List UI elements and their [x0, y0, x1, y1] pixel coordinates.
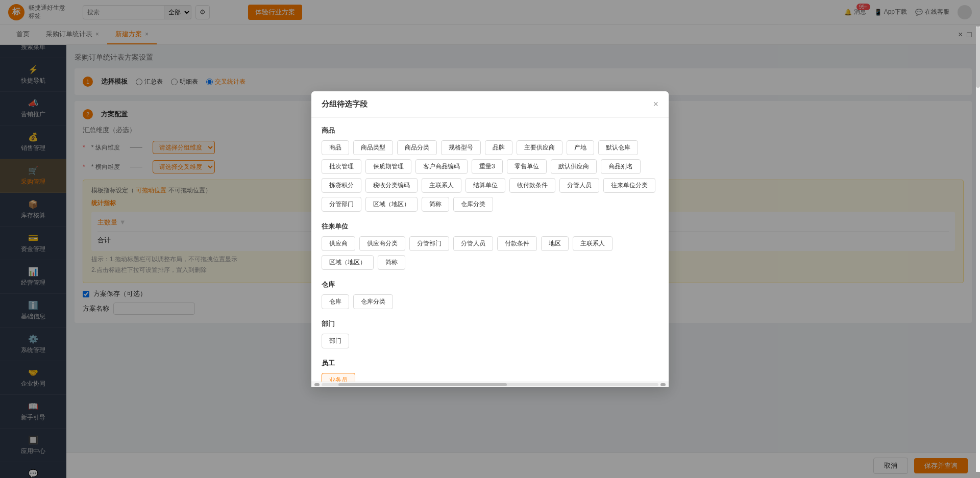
- modal-close-button[interactable]: ×: [653, 99, 658, 109]
- field-tags-goods: 商品 商品类型 商品分类 规格型号 品牌 主要供应商 产地 默认仓库 批次管理 …: [322, 140, 658, 212]
- field-group-goods-title: 商品: [322, 126, 658, 135]
- modal-scrollbar-left-arrow[interactable]: [314, 383, 320, 386]
- modal-scrollbar-right-arrow[interactable]: [660, 383, 666, 386]
- modal: 分组待选字段 × 商品 商品 商品类型 商品分类 规格型号 品牌 主要供应商 产…: [311, 91, 669, 387]
- field-tag-goods-9[interactable]: 保质期管理: [365, 159, 411, 174]
- field-tag-goods-13[interactable]: 默认供应商: [551, 159, 597, 174]
- field-tag-goods-24[interactable]: 简称: [422, 197, 449, 212]
- field-tag-goods-11[interactable]: 重量3: [472, 159, 503, 174]
- field-group-employee-title: 员工: [322, 359, 658, 368]
- field-tag-partner-1[interactable]: 供应商分类: [359, 236, 405, 251]
- field-tag-partner-3[interactable]: 分管人员: [453, 236, 493, 251]
- field-tag-goods-18[interactable]: 结算单位: [465, 178, 505, 193]
- field-tag-goods-7[interactable]: 默认仓库: [598, 140, 638, 155]
- field-group-partner: 往来单位 供应商 供应商分类 分管部门 分管人员 付款条件 地区 主联系人 区域…: [322, 222, 658, 270]
- field-tag-goods-12[interactable]: 零售单位: [507, 159, 547, 174]
- field-group-partner-title: 往来单位: [322, 222, 658, 231]
- field-tags-partner: 供应商 供应商分类 分管部门 分管人员 付款条件 地区 主联系人 区域（地区） …: [322, 236, 658, 270]
- field-tags-warehouse: 仓库 仓库分类: [322, 294, 658, 309]
- field-tags-employee: 业务员: [322, 373, 658, 382]
- field-group-department: 部门 部门: [322, 319, 658, 348]
- modal-scrollbar-track[interactable]: [322, 383, 658, 386]
- field-tag-employee-0[interactable]: 业务员: [322, 373, 355, 382]
- field-group-department-title: 部门: [322, 319, 658, 329]
- field-tag-goods-3[interactable]: 规格型号: [441, 140, 481, 155]
- field-tag-goods-19[interactable]: 收付款条件: [509, 178, 555, 193]
- field-tag-goods-22[interactable]: 分管部门: [322, 197, 361, 212]
- field-group-goods: 商品 商品 商品类型 商品分类 规格型号 品牌 主要供应商 产地 默认仓库 批次…: [322, 126, 658, 212]
- modal-overlay: 分组待选字段 × 商品 商品 商品类型 商品分类 规格型号 品牌 主要供应商 产…: [0, 0, 980, 478]
- field-group-warehouse-title: 仓库: [322, 280, 658, 289]
- field-tag-partner-4[interactable]: 付款条件: [497, 236, 537, 251]
- field-tag-partner-6[interactable]: 主联系人: [573, 236, 612, 251]
- field-tag-goods-16[interactable]: 税收分类编码: [365, 178, 418, 193]
- modal-vertical-scrollbar[interactable]: [976, 27, 980, 472]
- modal-vertical-scrollbar-thumb[interactable]: [976, 27, 980, 88]
- field-group-warehouse: 仓库 仓库 仓库分类: [322, 280, 658, 309]
- field-tag-goods-0[interactable]: 商品: [322, 140, 349, 155]
- modal-body: 商品 商品 商品类型 商品分类 规格型号 品牌 主要供应商 产地 默认仓库 批次…: [311, 118, 669, 382]
- field-group-employee: 员工 业务员: [322, 359, 658, 382]
- field-tag-goods-1[interactable]: 商品类型: [353, 140, 393, 155]
- field-tag-partner-0[interactable]: 供应商: [322, 236, 355, 251]
- field-tag-goods-23[interactable]: 区域（地区）: [365, 197, 418, 212]
- field-tag-goods-20[interactable]: 分管人员: [559, 178, 599, 193]
- field-tag-goods-17[interactable]: 主联系人: [422, 178, 461, 193]
- field-tag-goods-2[interactable]: 商品分类: [397, 140, 437, 155]
- field-tag-goods-4[interactable]: 品牌: [485, 140, 512, 155]
- modal-header: 分组待选字段 ×: [311, 91, 669, 118]
- field-tag-goods-21[interactable]: 往来单位分类: [603, 178, 655, 193]
- field-tag-goods-14[interactable]: 商品别名: [601, 159, 641, 174]
- field-tag-department-0[interactable]: 部门: [322, 334, 349, 348]
- field-tags-department: 部门: [322, 334, 658, 348]
- field-tag-partner-7[interactable]: 区域（地区）: [322, 255, 374, 270]
- field-tag-goods-8[interactable]: 批次管理: [322, 159, 361, 174]
- field-tag-warehouse-0[interactable]: 仓库: [322, 294, 349, 309]
- field-tag-goods-15[interactable]: 拣货积分: [322, 178, 361, 193]
- field-tag-goods-6[interactable]: 产地: [567, 140, 594, 155]
- modal-horizontal-scrollbar[interactable]: [311, 382, 669, 387]
- field-tag-goods-10[interactable]: 客户商品编码: [415, 159, 468, 174]
- modal-scrollbar-thumb[interactable]: [338, 383, 507, 386]
- modal-title: 分组待选字段: [322, 99, 368, 109]
- field-tag-warehouse-1[interactable]: 仓库分类: [353, 294, 393, 309]
- field-tag-goods-25[interactable]: 仓库分类: [453, 197, 493, 212]
- field-tag-partner-5[interactable]: 地区: [541, 236, 569, 251]
- field-tag-partner-2[interactable]: 分管部门: [409, 236, 449, 251]
- field-tag-goods-5[interactable]: 主要供应商: [517, 140, 562, 155]
- field-tag-partner-8[interactable]: 简称: [378, 255, 405, 270]
